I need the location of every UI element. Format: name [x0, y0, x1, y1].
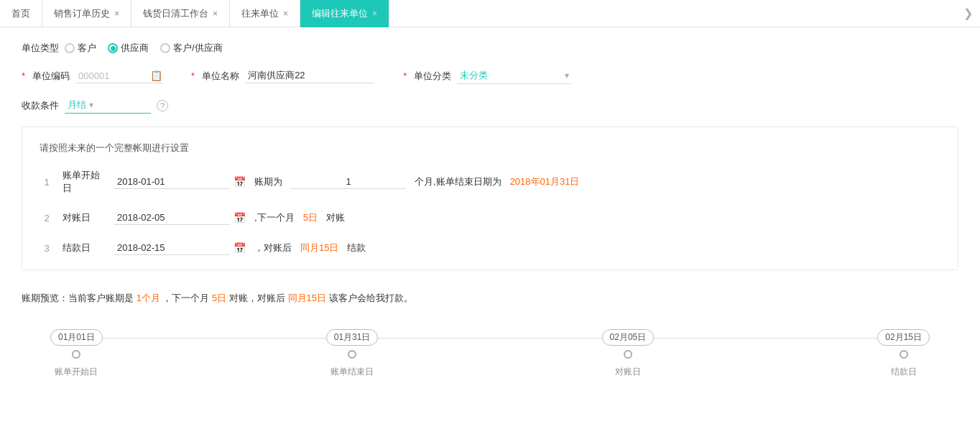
radio-supplier[interactable]: 供应商 [108, 42, 149, 55]
period-row-2-highlight: 5日 [303, 211, 318, 224]
preview-sep2: 对账，对账后 [229, 293, 285, 303]
unit-type-label: 单位类型 [22, 42, 59, 55]
tab-cash-work[interactable]: 钱货日清工作台 × [131, 0, 230, 27]
period-title: 请按照未来的一个完整帐期进行设置 [40, 142, 940, 155]
tab-home-label: 首页 [11, 7, 30, 20]
period-row-2-calendar-icon[interactable]: 📅 [234, 212, 246, 224]
tab-sales-history-label: 销售订单历史 [54, 7, 110, 20]
period-row-1-date-wrap: 📅 [114, 175, 246, 189]
radio-customer-label: 客户 [78, 42, 96, 55]
payment-chevron-icon: ▾ [89, 100, 93, 110]
unit-code-required: * [22, 70, 25, 81]
period-settings-box: 请按照未来的一个完整帐期进行设置 1 账单开始日 📅 账期为 个月,账单结束日期… [22, 126, 958, 270]
period-row-1-num: 1 [40, 177, 54, 188]
period-row-3-label: 结款日 [63, 242, 106, 254]
timeline-point-2: 02月05日 对账日 [602, 329, 655, 378]
tab-edit-partner-label: 编辑往来单位 [312, 7, 368, 20]
period-row-3-highlight: 同月15日 [300, 242, 338, 254]
radio-customer[interactable]: 客户 [65, 42, 96, 55]
period-row-2-label: 对账日 [63, 211, 106, 224]
timeline-point-3: 02月15日 结款日 [877, 329, 930, 378]
radio-customer-circle [65, 43, 75, 53]
period-row-2-suffix-pre: ,下一个月 [254, 211, 295, 224]
unit-code-input[interactable] [75, 69, 147, 83]
preview-part2: 5日 [212, 293, 226, 303]
form-row-payment: 收款条件 月结 ▾ ? [22, 97, 958, 114]
period-row-3-suffix-post: 结款 [347, 242, 366, 254]
tab-partner-unit-close[interactable]: × [283, 9, 288, 19]
main-content: 单位类型 客户 供应商 客户/供应商 [0, 27, 980, 437]
preview-label: 账期预览：当前客户账期是 [22, 293, 134, 303]
unit-name-field: * 单位名称 [191, 69, 374, 83]
radio-supplier-inner [111, 46, 116, 51]
timeline-wrap: 01月01日 账单开始日 01月31日 账单结束日 02月05日 对账日 02月… [50, 329, 930, 400]
radio-both-circle [160, 43, 170, 53]
timeline-label-3: 结款日 [891, 366, 917, 378]
help-icon[interactable]: ? [157, 100, 168, 111]
period-row-1-label: 账单开始日 [63, 169, 106, 195]
timeline-point-0: 01月01日 账单开始日 [50, 329, 103, 378]
tabs-bar: 首页 销售订单历史 × 钱货日清工作台 × 往来单位 × 编辑往来单位 × ❯ [0, 0, 980, 27]
tab-partner-unit[interactable]: 往来单位 × [230, 0, 300, 27]
unit-category-select[interactable]: 未分类 ▾ [457, 68, 572, 84]
tab-edit-partner-close[interactable]: × [372, 9, 377, 19]
unit-code-input-wrap: 📋 [75, 69, 162, 83]
tab-cash-work-close[interactable]: × [213, 9, 218, 19]
payment-terms-value: 月结 [68, 98, 86, 111]
timeline-points: 01月01日 账单开始日 01月31日 账单结束日 02月05日 对账日 02月… [50, 329, 930, 378]
period-row-3: 3 结款日 📅 ，对账后 同月15日 结款 [40, 241, 940, 255]
unit-type-field: 单位类型 客户 供应商 客户/供应商 [22, 42, 223, 55]
tab-edit-partner[interactable]: 编辑往来单位 × [300, 0, 389, 27]
tab-cash-work-label: 钱货日清工作台 [143, 7, 208, 20]
timeline-point-1: 01月31日 账单结束日 [326, 329, 379, 378]
unit-category-field: * 单位分类 未分类 ▾ [403, 68, 572, 84]
payment-terms-field: 收款条件 月结 ▾ ? [22, 97, 168, 114]
radio-group-unit-type: 客户 供应商 客户/供应商 [65, 42, 223, 55]
period-row-2-suffix-post: 对账 [326, 211, 345, 224]
preview-row: 账期预览：当前客户账期是 1个月 ，下一个月 5日 对账，对账后 同月15日 该… [22, 282, 958, 312]
unit-name-label: 单位名称 [202, 70, 239, 83]
preview-sep1: ，下一个月 [162, 293, 209, 303]
tab-sales-history-close[interactable]: × [114, 9, 119, 19]
tab-home[interactable]: 首页 [0, 0, 42, 27]
form-row-unit-type: 单位类型 客户 供应商 客户/供应商 [22, 42, 958, 55]
period-row-3-date-wrap: 📅 [114, 241, 246, 255]
radio-supplier-circle [108, 43, 118, 53]
radio-both[interactable]: 客户/供应商 [160, 42, 223, 55]
payment-terms-select[interactable]: 月结 ▾ [65, 97, 151, 114]
unit-category-value: 未分类 [460, 69, 562, 82]
period-row-2-num: 2 [40, 213, 54, 224]
period-row-3-date-input[interactable] [114, 241, 229, 255]
period-row-3-calendar-icon[interactable]: 📅 [234, 242, 246, 254]
period-row-1-suffix-mid: 个月,账单结束日期为 [415, 175, 501, 188]
radio-supplier-label: 供应商 [121, 42, 149, 55]
timeline-dot-1 [348, 350, 356, 359]
preview-suffix: 该客户会给我打款。 [329, 293, 413, 303]
tabs-expand-button[interactable]: ❯ [956, 6, 980, 20]
unit-category-label: 单位分类 [414, 70, 451, 83]
radio-both-label: 客户/供应商 [173, 42, 223, 55]
timeline-badge-0: 01月01日 [50, 329, 103, 346]
period-months-input[interactable] [291, 175, 406, 189]
preview-part1: 1个月 [137, 293, 160, 303]
timeline-dot-3 [900, 350, 908, 359]
timeline-label-2: 对账日 [615, 366, 641, 378]
period-row-1: 1 账单开始日 📅 账期为 个月,账单结束日期为 2018年01月31日 [40, 169, 940, 195]
unit-name-input[interactable] [245, 69, 374, 83]
form-row-unit-info: * 单位编码 📋 * 单位名称 * 单位分类 未分类 ▾ [22, 68, 958, 84]
period-row-1-suffix-pre: 账期为 [254, 175, 282, 188]
unit-code-icon[interactable]: 📋 [150, 70, 162, 81]
tab-sales-history[interactable]: 销售订单历史 × [42, 0, 131, 27]
timeline-badge-1: 01月31日 [326, 329, 379, 346]
period-row-1-date-input[interactable] [114, 175, 229, 189]
timeline-badge-2: 02月05日 [602, 329, 655, 346]
period-row-2: 2 对账日 📅 ,下一个月 5日 对账 [40, 211, 940, 225]
unit-code-label: 单位编码 [32, 70, 70, 83]
unit-category-required: * [403, 70, 407, 81]
period-row-1-calendar-icon[interactable]: 📅 [234, 176, 246, 188]
period-row-2-date-input[interactable] [114, 211, 229, 225]
payment-terms-label: 收款条件 [22, 99, 59, 112]
chevron-down-icon: ▾ [565, 70, 569, 80]
tab-partner-unit-label: 往来单位 [241, 7, 279, 20]
timeline-label-0: 账单开始日 [55, 366, 98, 378]
